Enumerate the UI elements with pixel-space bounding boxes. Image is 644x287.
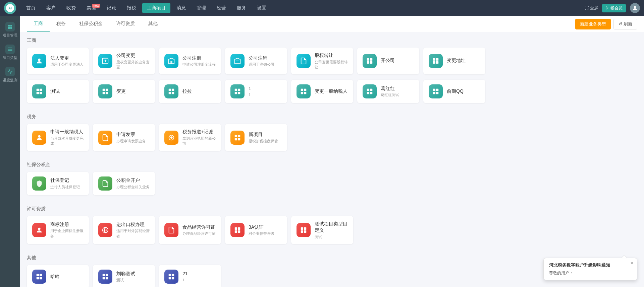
- svg-rect-65: [304, 230, 306, 233]
- svg-rect-69: [40, 277, 42, 279]
- nav-service[interactable]: 服务: [232, 3, 251, 13]
- card-food-license[interactable]: 食品经营许可证 办理食品经营许可证: [159, 216, 221, 244]
- avatar[interactable]: [630, 3, 640, 13]
- nav-manage[interactable]: 管理: [192, 3, 211, 13]
- card-sub: 1: [182, 278, 188, 283]
- card-sub: 1: [249, 92, 251, 97]
- card-sub: 申请公司注册全流程: [182, 62, 216, 67]
- card-shebao-dengji[interactable]: 社保登记 进行人员社保登记: [27, 172, 89, 195]
- card-title: 公司变更: [116, 52, 150, 59]
- card-one[interactable]: 1 1: [225, 80, 287, 103]
- guquan-icon: [297, 54, 311, 68]
- shuiwu-cards: 申请一般纳税人 当月或次月成变更完成 申请发票 办理申请发票业务: [27, 124, 637, 151]
- svg-rect-52: [238, 135, 240, 137]
- nav-message[interactable]: 消息: [172, 3, 191, 13]
- main-layout: 项目管理 项目类型 进度监测 工商 税务 社保公积金 许可资质 其他: [0, 16, 644, 287]
- gongsi-biangeng-icon: [98, 54, 112, 68]
- card-gongjijin-kaihu[interactable]: 公积金开户 办理公积金相关业务: [93, 172, 155, 195]
- card-3a-cert[interactable]: 3A认证 对企业信誉评级: [225, 216, 287, 244]
- card-kai-gongsi[interactable]: 开公司: [357, 48, 419, 74]
- progress-icon: [5, 67, 15, 76]
- card-sub: 适用于对外贸易经营者: [116, 228, 150, 239]
- card-new-project[interactable]: 新项目 报税加税控盘保管: [225, 124, 287, 151]
- svg-point-5: [38, 59, 40, 61]
- fullscreen-btn[interactable]: ⛶ 全屏: [585, 5, 598, 11]
- card-tax-accounting[interactable]: 税务报道+记账 拿到营业执照的新公司: [159, 124, 221, 151]
- member-btn[interactable]: ▷ 畅会员: [602, 4, 626, 12]
- sidebar-item-project-manage[interactable]: 项目管理: [0, 19, 20, 41]
- xuke-cards: 商标注册 用于企业商标注册服务 进出口权办理 适用于对外贸易经营者: [27, 216, 637, 244]
- card-21[interactable]: 21 1: [159, 265, 221, 287]
- svg-rect-19: [37, 89, 39, 91]
- card-trademark[interactable]: 商标注册 用于企业商标注册服务: [27, 216, 89, 244]
- 21-icon: [164, 270, 178, 284]
- card-title: 1: [249, 85, 251, 92]
- svg-rect-24: [106, 89, 108, 91]
- svg-rect-42: [370, 92, 372, 94]
- nav-right: ⛶ 全屏 ▷ 畅会员: [585, 3, 640, 13]
- card-title: 变更: [116, 88, 126, 95]
- nav-tax[interactable]: 报税: [122, 3, 141, 13]
- svg-rect-63: [304, 227, 306, 230]
- sidebar-item-project-type[interactable]: 项目类型: [0, 41, 20, 64]
- sidebar-item-progress[interactable]: 进度监测: [0, 64, 20, 86]
- card-faren-biangeng[interactable]: 法人变更 适用于公司变更法人: [27, 48, 89, 74]
- nav-business[interactable]: 工商项目: [142, 3, 170, 13]
- nav-accounting[interactable]: 记账: [102, 3, 121, 13]
- card-liucong[interactable]: 刘聪测试 测试: [93, 265, 155, 287]
- card-sub: 办理申请发票业务: [116, 139, 146, 144]
- nav-home[interactable]: 首页: [21, 3, 40, 13]
- 3a-cert-icon: [230, 223, 245, 237]
- tab-qita[interactable]: 其他: [142, 16, 164, 32]
- svg-rect-41: [367, 92, 369, 94]
- tab-gongshang[interactable]: 工商: [27, 16, 50, 32]
- nav-operation[interactable]: 经营: [212, 3, 231, 13]
- tab-xuke[interactable]: 许可资质: [109, 16, 142, 32]
- card-apply-fapiao[interactable]: 申请发票 办理申请发票业务: [93, 124, 155, 151]
- ceshi-icon: [32, 84, 46, 98]
- food-license-icon: [164, 223, 178, 237]
- card-gongsi-zhuce[interactable]: 公司注册 申请公司注册全流程: [159, 48, 221, 74]
- card-ceshi[interactable]: 测试: [27, 80, 89, 103]
- svg-rect-27: [169, 89, 171, 91]
- svg-rect-14: [370, 61, 372, 64]
- svg-rect-4: [10, 27, 12, 29]
- card-biangeng[interactable]: 变更: [93, 80, 155, 103]
- card-title: 变更一般纳税人: [315, 88, 347, 95]
- nav-ticket[interactable]: 票据 new: [82, 3, 101, 13]
- card-title: 申请发票: [116, 131, 146, 138]
- tab-shuiwu[interactable]: 税务: [50, 16, 72, 32]
- svg-rect-18: [436, 61, 438, 64]
- nav-client[interactable]: 客户: [42, 3, 60, 13]
- card-apply-shuiren[interactable]: 申请一般纳税人 当月或次月成变更完成: [27, 124, 89, 151]
- refresh-button[interactable]: ↺ 刷新: [613, 19, 637, 29]
- svg-rect-75: [172, 274, 174, 276]
- card-import-export[interactable]: 进出口权办理 适用于对外贸易经营者: [93, 216, 155, 244]
- svg-rect-38: [304, 92, 306, 94]
- card-title: 公积金开户: [116, 177, 150, 184]
- card-biangeng-shuiren[interactable]: 变更一般纳税人: [291, 80, 353, 103]
- card-title: 开公司: [381, 57, 395, 64]
- svg-rect-35: [301, 89, 303, 91]
- card-lala[interactable]: 拉拉: [159, 80, 221, 103]
- svg-rect-59: [238, 227, 240, 230]
- nav-fee[interactable]: 收费: [62, 3, 80, 13]
- card-gongsi-zhuxiao[interactable]: 公司注销 适用于注销公司: [225, 48, 287, 74]
- gongshang-title: 工商: [27, 38, 637, 44]
- card-sub: 适用于公司变更法人: [50, 62, 84, 67]
- svg-rect-45: [433, 92, 435, 94]
- card-gehonghong[interactable]: 葛红红 葛红红测试: [357, 80, 419, 103]
- tab-shebao[interactable]: 社保公积金: [72, 16, 109, 32]
- new-type-button[interactable]: 新建业务类型: [575, 19, 611, 29]
- notif-close-btn[interactable]: ✕: [630, 261, 634, 266]
- svg-rect-22: [40, 92, 42, 94]
- card-test-type[interactable]: 测试项目类型目定义 测试: [291, 216, 353, 244]
- tab-bar: 工商 税务 社保公积金 许可资质 其他 新建业务类型 ↺ 刷新: [20, 16, 644, 32]
- card-haha[interactable]: 哈哈: [27, 265, 89, 287]
- card-sub: 公司变更需要股权转让: [315, 60, 348, 70]
- card-guquan-zhuanrang[interactable]: 股权转让 公司变更需要股权转让: [291, 48, 353, 74]
- card-biangeng-dizhi[interactable]: 变更地址: [423, 48, 485, 74]
- card-gongsi-biangeng[interactable]: 公司变更 股权变更外的业务变更: [93, 48, 155, 74]
- nav-settings[interactable]: 设置: [252, 3, 271, 13]
- card-qianqi-qq[interactable]: 前期QQ: [423, 80, 485, 103]
